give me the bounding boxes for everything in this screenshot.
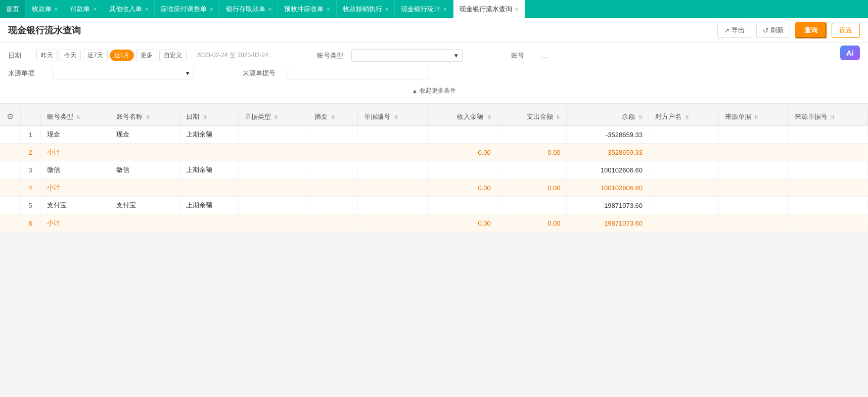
chevron-down-icon: ▾ — [186, 69, 190, 77]
nav-cash-bank-flow[interactable]: 现金银行流水查询 × — [453, 0, 525, 18]
th-source-doc[interactable]: 来源单据 ⇅ — [718, 108, 788, 126]
row-docType — [238, 144, 308, 161]
th-doc-no[interactable]: 单据编号 ⇅ — [358, 108, 428, 126]
close-icon[interactable]: × — [268, 6, 271, 12]
source-doc-num-label: 来源单据号 — [243, 69, 276, 78]
row-expense — [497, 161, 567, 179]
row-income — [427, 161, 497, 179]
page-title: 现金银行流水查询 — [8, 24, 81, 36]
export-button[interactable]: ↗ 导出 — [717, 23, 751, 38]
row-num: 1 — [20, 126, 40, 144]
row-accountName — [110, 214, 180, 232]
data-table-container: ⚙ 账号类型 ⇅ 账号名称 ⇅ 日期 ⇅ 单据类型 ⇅ 摘要 ⇅ 单据编号 ⇅ … — [0, 108, 868, 232]
nav-collection-exec[interactable]: 收款核销执行 × — [337, 0, 395, 18]
th-source-doc-no[interactable]: 来源单据号 ⇅ — [788, 108, 867, 126]
date-more[interactable]: 更多 — [136, 50, 157, 61]
sort-icon: ⇅ — [685, 114, 689, 120]
th-account-type[interactable]: 账号类型 ⇅ — [40, 108, 110, 126]
row-expense — [497, 126, 567, 144]
close-icon[interactable]: × — [443, 6, 446, 12]
sort-icon: ⇅ — [331, 114, 335, 120]
page-header: 现金银行流水查询 ↗ 导出 ↺ 刷新 查询 设置 — [0, 18, 868, 43]
sort-icon: ⇅ — [556, 114, 560, 120]
row-sourceDoc — [718, 144, 788, 161]
nav-receipts[interactable]: 收款单 × — [26, 0, 64, 18]
close-icon[interactable]: × — [93, 6, 96, 12]
source-doc-select[interactable]: ▾ — [53, 67, 194, 79]
query-button[interactable]: 查询 — [795, 22, 827, 38]
date-today[interactable]: 今天 — [60, 50, 81, 61]
row-sourceDoc — [718, 197, 788, 214]
nav-other-income[interactable]: 其他收入单 × — [103, 0, 155, 18]
row-docType — [238, 161, 308, 179]
filter-row-date: 日期 昨天 今天 近7天 近1月 更多 自定义 2023-02-24 至 202… — [8, 49, 860, 62]
row-summary — [308, 179, 358, 197]
date-1month[interactable]: 近1月 — [110, 50, 134, 61]
row-docType — [238, 197, 308, 214]
nav-payments[interactable]: 付款单 × — [64, 0, 103, 18]
th-date[interactable]: 日期 ⇅ — [180, 108, 239, 126]
table-row: 4小计0.000.00100102606.60 — [0, 179, 868, 197]
nav-cash-bank-stat[interactable]: 现金银行统计 × — [395, 0, 453, 18]
export-icon: ↗ — [724, 27, 729, 34]
nav-bank-deposit[interactable]: 银行存取款单 × — [220, 0, 278, 18]
nav-prepayment[interactable]: 预收冲应收单 × — [278, 0, 336, 18]
row-counterpart — [649, 197, 719, 214]
refresh-button[interactable]: ↺ 刷新 — [756, 23, 790, 38]
source-doc-label: 来源单据 — [8, 69, 34, 78]
ai-badge[interactable]: Ai — [840, 46, 860, 60]
row-accountName: 微信 — [110, 161, 180, 179]
table-row: 2小计0.000.00-3528659.33 — [0, 144, 868, 161]
settings-button[interactable]: 设置 — [832, 23, 860, 38]
chevron-down-icon: ▾ — [454, 52, 458, 59]
row-expense: 0.00 — [497, 144, 567, 161]
row-accountName: 现金 — [110, 126, 180, 144]
close-icon[interactable]: × — [55, 6, 58, 12]
row-sourceDocNo — [788, 161, 867, 179]
close-icon[interactable]: × — [145, 6, 148, 12]
table-header-row: ⚙ 账号类型 ⇅ 账号名称 ⇅ 日期 ⇅ 单据类型 ⇅ 摘要 ⇅ 单据编号 ⇅ … — [0, 108, 868, 126]
header-actions: ↗ 导出 ↺ 刷新 查询 设置 — [717, 22, 860, 38]
row-accountName: 支付宝 — [110, 197, 180, 214]
row-sourceDoc — [718, 126, 788, 144]
row-gear — [0, 179, 20, 197]
row-sourceDocNo — [788, 214, 867, 232]
close-icon[interactable]: × — [210, 6, 213, 12]
row-balance: 100102606.60 — [567, 179, 649, 197]
date-options: 昨天 今天 近7天 近1月 更多 自定义 — [36, 50, 187, 61]
th-doc-type[interactable]: 单据类型 ⇅ — [238, 108, 308, 126]
close-icon[interactable]: × — [327, 6, 330, 12]
sort-icon: ⇅ — [487, 114, 491, 120]
close-icon[interactable]: × — [515, 6, 518, 12]
nav-adjustment[interactable]: 应收应付调整单 × — [155, 0, 219, 18]
date-range-display: 2023-02-24 至 2023-03-24 — [197, 51, 268, 60]
row-accountName — [110, 179, 180, 197]
collapse-bar[interactable]: ▲ 收起更多条件 — [8, 84, 860, 97]
date-custom[interactable]: 自定义 — [159, 50, 187, 61]
th-balance[interactable]: 余额 ⇅ — [567, 108, 649, 126]
date-7days[interactable]: 近7天 — [83, 50, 108, 61]
row-docType — [238, 214, 308, 232]
source-doc-num-input[interactable] — [288, 67, 429, 79]
row-summary — [308, 161, 358, 179]
row-counterpart — [649, 126, 719, 144]
row-gear — [0, 144, 20, 161]
close-icon[interactable]: × — [385, 6, 388, 12]
th-summary[interactable]: 摘要 ⇅ — [308, 108, 358, 126]
th-counterpart[interactable]: 对方户名 ⇅ — [649, 108, 719, 126]
row-date: 上期余额 — [180, 161, 239, 179]
account-type-select[interactable]: ▾ — [351, 49, 463, 62]
row-num: 4 — [20, 179, 40, 197]
row-docNo — [358, 161, 428, 179]
th-income[interactable]: 收入金额 ⇅ — [427, 108, 497, 126]
gear-icon[interactable]: ⚙ — [7, 112, 14, 121]
th-expense[interactable]: 支出金额 ⇅ — [497, 108, 567, 126]
row-income: 0.00 — [427, 214, 497, 232]
filter-row-source: 来源单据 ▾ 来源单据号 — [8, 67, 860, 79]
row-num: 5 — [20, 197, 40, 214]
account-dots[interactable]: ... — [539, 51, 550, 60]
date-yesterday[interactable]: 昨天 — [36, 50, 58, 61]
th-account-name[interactable]: 账号名称 ⇅ — [110, 108, 180, 126]
nav-home[interactable]: 首页 — [0, 0, 26, 18]
sort-icon: ⇅ — [638, 114, 643, 120]
